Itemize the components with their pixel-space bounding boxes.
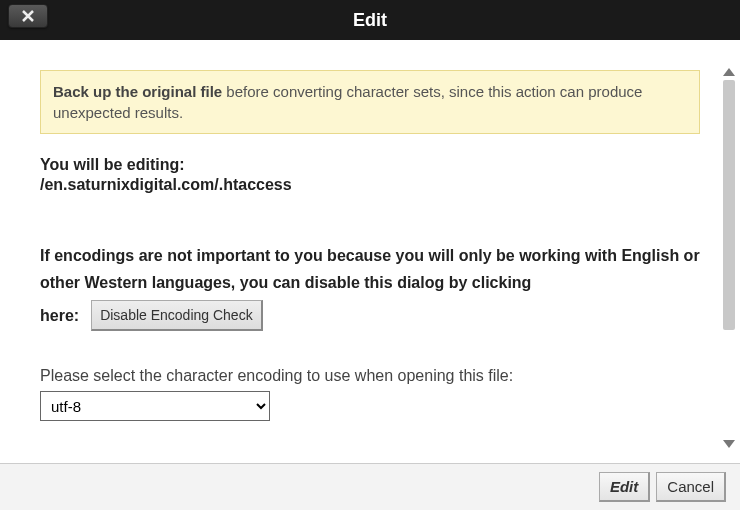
footer: Edit Cancel bbox=[0, 464, 740, 510]
cancel-button[interactable]: Cancel bbox=[656, 472, 726, 502]
editing-label: You will be editing: bbox=[40, 156, 700, 174]
warning-box: Back up the original file before convert… bbox=[40, 70, 700, 134]
close-icon bbox=[21, 9, 35, 23]
warning-bold: Back up the original file bbox=[53, 83, 222, 100]
content-inner: Back up the original file before convert… bbox=[0, 40, 740, 463]
disable-encoding-button[interactable]: Disable Encoding Check bbox=[91, 300, 263, 331]
encoding-row: here: Disable Encoding Check bbox=[40, 300, 700, 331]
scroll-up-icon[interactable] bbox=[723, 68, 735, 76]
titlebar: Edit bbox=[0, 0, 740, 40]
content-area: Back up the original file before convert… bbox=[0, 40, 740, 464]
encoding-info-text: If encodings are not important to you be… bbox=[40, 242, 700, 296]
file-path: /en.saturnixdigital.com/.htaccess bbox=[40, 176, 700, 194]
dialog-title: Edit bbox=[353, 10, 387, 31]
scrollbar[interactable] bbox=[720, 68, 738, 448]
scroll-thumb[interactable] bbox=[723, 80, 735, 330]
close-button[interactable] bbox=[8, 4, 48, 28]
encoding-select-label: Please select the character encoding to … bbox=[40, 367, 700, 385]
here-label: here: bbox=[40, 307, 79, 325]
edit-button[interactable]: Edit bbox=[599, 472, 650, 502]
scroll-down-icon[interactable] bbox=[723, 440, 735, 448]
encoding-select[interactable]: utf-8 bbox=[40, 391, 270, 421]
